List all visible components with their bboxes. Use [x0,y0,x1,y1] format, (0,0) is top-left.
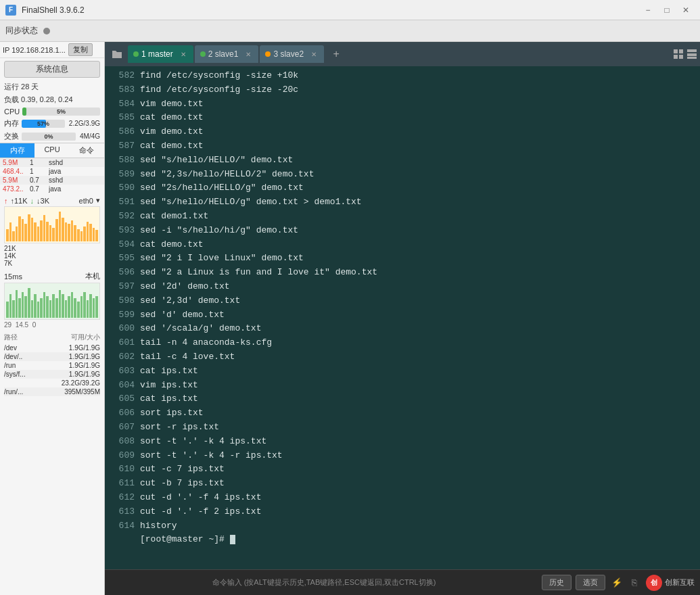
tab-add-button[interactable]: + [328,46,344,62]
tab-slave1[interactable]: 2 slave1 ✕ [195,45,259,63]
process-table: 5.9M 1 sshd 468.4.. 1 java 5.9M 0.7 sshd… [0,158,104,193]
net-bar [59,212,62,241]
sysinfo-button[interactable]: 系统信息 [4,61,100,78]
lightning-icon[interactable]: ⚡ [609,575,624,590]
titlebar-left: F FinalShell 3.9.6.2 [5,5,85,16]
ip-row: IP 192.168.218.1... 复制 [0,42,104,58]
terminal-scroll[interactable]: 582find /etc/sysconfig -size +10k583find… [105,66,700,569]
ping-bar [83,292,86,318]
tab-close-master[interactable]: ✕ [179,49,188,59]
mem-size-label: 2.2G/3.9G [69,120,100,127]
copy-icon[interactable]: ⎘ [627,575,642,590]
disk-row: /run/... 395M/395M [4,387,100,396]
swap-label: 交换 [4,131,19,141]
folder-button[interactable] [108,45,126,63]
ping-bar [59,290,62,318]
terminal-line: 607sort -r ips.txt [110,421,695,435]
history-button[interactable]: 历史 [542,575,571,590]
proc-cpu: 1 [30,159,49,166]
ping-bar [93,298,95,318]
prompt-text: [root@master ~]# [140,533,235,547]
proc-name: sshd [49,159,101,166]
ping-vals: 29 14.5 0 [4,321,100,329]
net-bar [24,224,27,241]
ping-bar [43,292,46,318]
toolbar: 同步状态 [0,20,700,42]
terminal-line: 584vim demo.txt [110,97,695,112]
sidebar-tab-mem[interactable]: 内存 [0,143,34,158]
status-dot [43,28,50,34]
cpu-bar-wrapper: 5% [22,108,100,116]
tab-close-slave1[interactable]: ✕ [243,49,253,59]
ping-bar [55,298,58,318]
network-section: ↑ ↑11K ↓ ↓3K eth0 ▾ 21K 14K 7K [0,193,104,270]
tab-close-slave2[interactable]: ✕ [309,49,319,59]
terminal-line: 606sort ips.txt [110,406,695,421]
disk-row: 23.2G/39.2G [4,379,100,387]
table-row: 468.4.. 1 java [0,167,104,176]
icon-buttons: ⚡ ⎘ [609,575,642,590]
minimize-button[interactable]: − [639,3,657,18]
tab-dot-master [133,51,139,57]
terminal-line: 582find /etc/sysconfig -size +10k [110,69,695,83]
svg-rect-4 [687,49,697,52]
table-row: 5.9M 0.7 sshd [0,176,104,185]
sync-label: 同步状态 [5,25,38,37]
net-bar [6,229,9,241]
terminal-line: 591sed "s/hello/HELLO/g" demo.txt > demo… [110,195,695,210]
net-bar [95,230,98,241]
ping-bar [31,300,34,318]
maximize-button[interactable]: □ [658,3,676,18]
net-bar [80,231,83,241]
terminal-line: 593sed -i "s/hello/hi/g" demo.txt [110,224,695,238]
terminal-lines: 582find /etc/sysconfig -size +10k583find… [110,69,695,533]
terminal-content[interactable]: 582find /etc/sysconfig -size +10k583find… [105,66,700,569]
tab-master[interactable]: 1 master ✕ [128,45,193,63]
tab-label-master: 1 master [141,49,173,59]
svg-rect-2 [674,55,678,59]
tab-label-slave2: 3 slave2 [273,49,304,59]
mem-pct-label: 57% [37,120,49,127]
ping-section: 15ms 本机 29 14.5 0 [0,270,104,330]
terminal-line: 600sed '/scala/g' demo.txt [110,322,695,336]
ping-bar [37,302,40,318]
sidebar: IP 192.168.218.1... 复制 系统信息 运行 28 天 负载 0… [0,42,105,595]
mem-bar-wrapper: 57% [22,120,65,128]
cpu-bar-fill [22,108,26,116]
terminal-line: 594cat demo.txt [110,238,695,252]
sidebar-tab-cpu[interactable]: CPU [34,143,69,158]
net-down-arrow: ↓ [30,197,34,205]
main-layout: IP 192.168.218.1... 复制 系统信息 运行 28 天 负载 0… [0,42,700,595]
net-dropdown-icon[interactable]: ▾ [96,196,100,205]
proc-cpu: 0.7 [30,176,49,184]
disk-row: /dev/.. 1.9G/1.9G [4,352,100,361]
sidebar-tab-cmd[interactable]: 命令 [70,143,104,158]
ping-bar [24,296,27,318]
close-button[interactable]: ✕ [677,3,695,18]
ip-text: IP 192.168.218.1... [3,46,66,54]
tab-grid-button[interactable] [673,49,697,60]
tab-label-slave1: 2 slave1 [208,49,239,59]
terminal-wrapper: 1 master ✕ 2 slave1 ✕ 3 slave2 ✕ + [105,42,700,595]
select-button[interactable]: 选页 [576,575,605,590]
net-bar [89,224,92,241]
terminal-prompt-line: [root@master ~]# [110,533,695,547]
proc-name: sshd [49,176,101,184]
app-icon: F [5,5,16,16]
terminal-line: 590sed "2s/hello/HELLO/g" demo.txt [110,181,695,195]
titlebar: F FinalShell 3.9.6.2 − □ ✕ [0,0,700,20]
terminal-line: 597sed '2d' demo.txt [110,280,695,294]
ping-bar [89,294,92,318]
mem-row: 内存 57% 2.2G/3.9G [0,117,104,130]
tab-slave2[interactable]: 3 slave2 ✕ [260,45,324,63]
ping-bar [12,300,15,318]
disk-row: /run 1.9G/1.9G [4,361,100,370]
copy-ip-button[interactable]: 复制 [68,43,93,56]
ping-bar [34,294,37,318]
terminal-line: 608sort -t '.' -k 4 ips.txt [110,435,695,449]
terminal-line: 596sed "2 a Linux is fun and I love it" … [110,266,695,280]
sidebar-tabs: 内存 CPU 命令 [0,143,104,158]
ping-chart-bars [5,283,99,319]
terminal-line: 598sed '2,3d' demo.txt [110,294,695,308]
net-bar [40,220,43,241]
